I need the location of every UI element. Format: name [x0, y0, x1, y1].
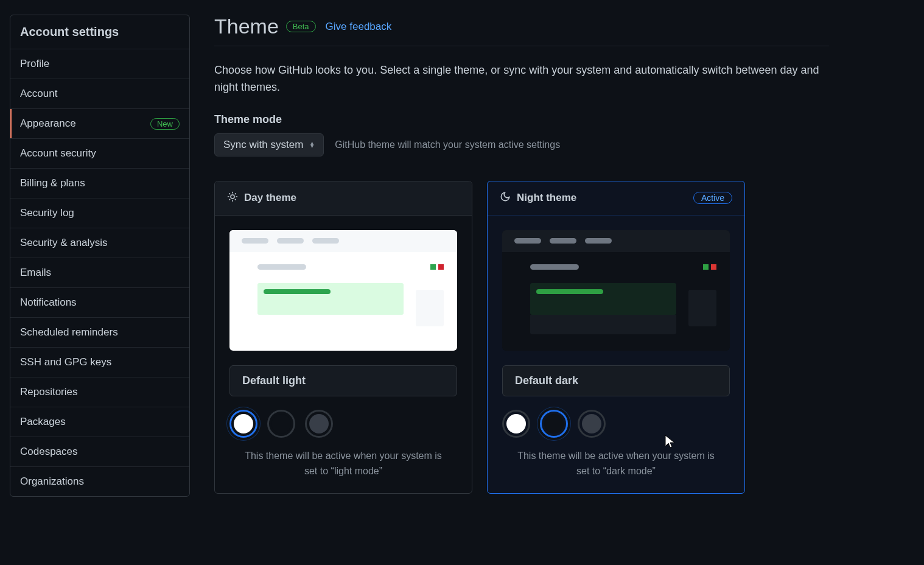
- sidebar-item-label: Organizations: [20, 476, 84, 488]
- night-card-hint: This theme will be active when your syst…: [488, 445, 744, 494]
- sidebar-item-security-log[interactable]: Security log: [10, 198, 189, 228]
- sidebar-item-label: Account security: [20, 147, 96, 160]
- night-card-title: Night theme: [517, 192, 576, 204]
- swatch-dark[interactable]: [540, 410, 568, 438]
- theme-mode-select[interactable]: Sync with system ▲▼: [214, 133, 324, 156]
- sidebar-item-label: Emails: [20, 267, 51, 279]
- chevron-updown-icon: ▲▼: [309, 142, 315, 148]
- settings-sidebar: Account settings Profile Account Appeara…: [10, 15, 190, 497]
- sidebar-item-scheduled-reminders[interactable]: Scheduled reminders: [10, 318, 189, 348]
- theme-description: Choose how GitHub looks to you. Select a…: [214, 62, 829, 96]
- new-badge: New: [150, 118, 180, 130]
- day-card-header: Day theme: [215, 181, 472, 216]
- svg-line-4: [235, 199, 236, 200]
- theme-cards: Day theme Default light: [214, 181, 829, 494]
- night-theme-card: Night theme Active: [487, 181, 745, 494]
- night-preview-label: Default dark: [502, 365, 730, 396]
- sidebar-item-security-analysis[interactable]: Security & analysis: [10, 228, 189, 258]
- sidebar-item-profile[interactable]: Profile: [10, 49, 189, 79]
- sidebar-item-codespaces[interactable]: Codespaces: [10, 437, 189, 467]
- sidebar-item-label: Repositories: [20, 386, 78, 398]
- night-card-header: Night theme Active: [488, 181, 744, 216]
- sun-icon: [227, 191, 238, 205]
- sidebar-header: Account settings: [10, 15, 189, 49]
- day-theme-card: Day theme Default light: [214, 181, 472, 494]
- day-preview: [215, 216, 472, 365]
- sidebar-item-emails[interactable]: Emails: [10, 258, 189, 288]
- active-badge: Active: [693, 192, 732, 204]
- sidebar-item-label: Codespaces: [20, 446, 78, 458]
- sidebar-item-label: Notifications: [20, 297, 77, 309]
- night-swatches: [488, 396, 744, 445]
- sidebar-item-label: Packages: [20, 416, 66, 428]
- sidebar-item-account-security[interactable]: Account security: [10, 139, 189, 169]
- give-feedback-link[interactable]: Give feedback: [326, 21, 392, 33]
- svg-line-7: [229, 199, 230, 200]
- swatch-light[interactable]: [502, 410, 530, 438]
- moon-icon: [500, 191, 511, 205]
- day-swatches: [215, 396, 472, 445]
- day-card-title: Day theme: [244, 192, 296, 204]
- swatch-dimmed[interactable]: [305, 410, 333, 438]
- theme-mode-row: Sync with system ▲▼ GitHub theme will ma…: [214, 133, 829, 156]
- sidebar-item-label: Scheduled reminders: [20, 326, 118, 339]
- theme-mode-hint: GitHub theme will match your system acti…: [335, 139, 560, 150]
- sidebar-item-label: Appearance: [20, 118, 76, 130]
- sidebar-item-label: SSH and GPG keys: [20, 356, 111, 368]
- day-preview-label: Default light: [229, 365, 457, 396]
- main-content: Theme Beta Give feedback Choose how GitH…: [190, 15, 829, 497]
- page-header: Theme Beta Give feedback: [214, 15, 829, 46]
- sidebar-item-repositories[interactable]: Repositories: [10, 377, 189, 407]
- theme-mode-label: Theme mode: [214, 113, 829, 126]
- sidebar-item-notifications[interactable]: Notifications: [10, 288, 189, 318]
- sidebar-item-label: Billing & plans: [20, 177, 85, 189]
- night-preview: [488, 216, 744, 365]
- sidebar-item-label: Security & analysis: [20, 237, 108, 249]
- swatch-light[interactable]: [229, 410, 257, 438]
- sidebar-item-label: Security log: [20, 207, 74, 219]
- sidebar-item-billing[interactable]: Billing & plans: [10, 169, 189, 198]
- page-title: Theme: [214, 15, 279, 38]
- day-card-hint: This theme will be active when your syst…: [215, 445, 472, 494]
- sidebar-item-label: Account: [20, 88, 57, 100]
- sidebar-item-packages[interactable]: Packages: [10, 407, 189, 437]
- sidebar-item-appearance[interactable]: Appearance New: [10, 109, 189, 139]
- svg-line-8: [235, 193, 236, 194]
- sidebar-item-account[interactable]: Account: [10, 79, 189, 109]
- swatch-dimmed[interactable]: [578, 410, 606, 438]
- beta-badge: Beta: [286, 21, 316, 32]
- sidebar-item-organizations[interactable]: Organizations: [10, 467, 189, 496]
- svg-point-0: [231, 195, 234, 198]
- svg-line-3: [229, 193, 230, 194]
- swatch-dark[interactable]: [267, 410, 295, 438]
- sidebar-item-label: Profile: [20, 58, 49, 70]
- sidebar-item-ssh-gpg[interactable]: SSH and GPG keys: [10, 348, 189, 377]
- theme-mode-selected: Sync with system: [223, 139, 303, 151]
